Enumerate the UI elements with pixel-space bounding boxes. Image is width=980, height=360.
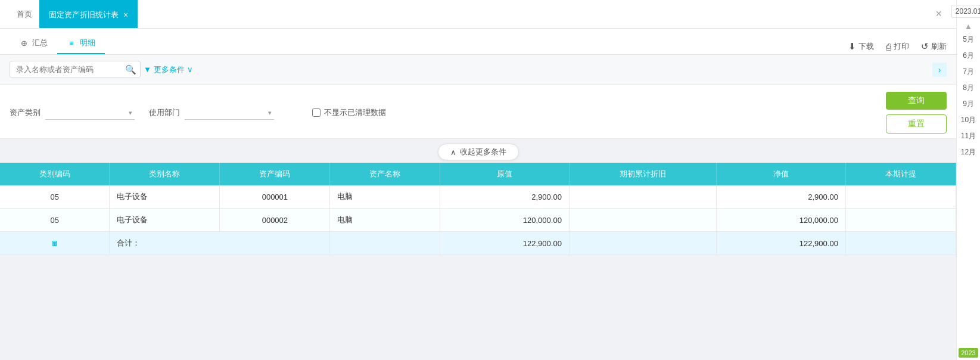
- search-icon[interactable]: 🔍: [125, 64, 136, 75]
- expand-sidebar-button[interactable]: ›: [932, 63, 947, 77]
- col-header-asset-code: 资产编码: [220, 163, 330, 185]
- active-tab: 固定资产折旧统计表 ×: [39, 0, 138, 28]
- sidebar-year-badge: 2023: [959, 348, 978, 358]
- cell-asset-name: 电脑: [330, 209, 440, 232]
- col-header-asset-name: 资产名称: [330, 163, 440, 185]
- sidebar-month-10[interactable]: 10月: [960, 113, 977, 128]
- layers-icon: ⊕: [19, 38, 29, 48]
- cell-original-value: 120,000.00: [440, 209, 569, 232]
- reset-button[interactable]: 重置: [886, 114, 947, 134]
- cell-net-value: 120,000.00: [717, 209, 845, 232]
- cell-accumulated-dep: [569, 185, 717, 209]
- col-header-category: 类别名称: [110, 163, 220, 185]
- department-filter: 使用部门: [149, 105, 274, 120]
- collapse-button[interactable]: ∧ 收起更多条件: [438, 144, 519, 160]
- cell-asset-name: 电脑: [330, 185, 440, 209]
- cell-category: 电子设备: [110, 185, 220, 209]
- more-filter-button[interactable]: ▼ 更多条件 ∨: [144, 64, 193, 75]
- query-button[interactable]: 查询: [886, 92, 947, 110]
- right-sidebar: 2023.01 ▲ 5月 6月 7月 8月 9月 10月 11月 12月 202…: [956, 0, 980, 360]
- asset-category-select[interactable]: [45, 105, 135, 120]
- cell-asset-code: 000002: [220, 209, 330, 232]
- col-header-accumulated-dep: 期初累计折旧: [569, 163, 717, 185]
- sidebar-month-8[interactable]: 8月: [962, 80, 975, 95]
- table-container: 类别编码 类别名称 资产编码 资产名称 原值 期初累计折旧 净值 本期计提 05…: [0, 163, 956, 360]
- total-row: 🖩 合计： 122,900.00 122,900.00: [0, 232, 956, 255]
- search-bar: 🔍 ▼ 更多条件 ∨ ›: [0, 55, 956, 85]
- tab-close-icon[interactable]: ×: [123, 10, 128, 20]
- filter-actions: 查询 重置: [886, 92, 947, 134]
- refresh-button[interactable]: ↺ 刷新: [921, 41, 947, 52]
- total-current-dep: [845, 232, 956, 255]
- table-row: 05 电子设备 000001 电脑 2,900.00 2,900.00: [0, 185, 956, 209]
- download-button[interactable]: ⬇ 下载: [848, 41, 874, 52]
- window-close-button[interactable]: ×: [931, 8, 947, 20]
- sidebar-month-6[interactable]: 6月: [962, 48, 975, 63]
- cell-code: 05: [0, 209, 110, 232]
- cell-code: 05: [0, 185, 110, 209]
- cell-net-value: 2,900.00: [717, 185, 845, 209]
- total-icon-cell: 🖩: [0, 232, 110, 255]
- refresh-icon: ↺: [921, 41, 929, 52]
- total-original-value: 122,900.00: [440, 232, 569, 255]
- sidebar-month-7[interactable]: 7月: [962, 64, 975, 79]
- hide-cleared-checkbox[interactable]: [312, 108, 321, 117]
- col-header-code: 类别编码: [0, 163, 110, 185]
- total-label-cell: 合计：: [110, 232, 330, 255]
- col-header-net-value: 净值: [717, 163, 845, 185]
- total-icon: 🖩: [51, 240, 58, 248]
- tab-detail-label: 明细: [80, 38, 95, 48]
- list-icon: ≡: [67, 38, 76, 48]
- tab-summary-label: 汇总: [32, 38, 48, 48]
- cell-category: 电子设备: [110, 209, 220, 232]
- col-header-original-value: 原值: [440, 163, 569, 185]
- table-row: 05 电子设备 000002 电脑 120,000.00 120,000.00: [0, 209, 956, 232]
- collapse-bar: ∧ 收起更多条件: [0, 139, 956, 163]
- sidebar-date: 2023.01: [951, 5, 980, 18]
- total-net-value: 122,900.00: [717, 232, 845, 255]
- cell-accumulated-dep: [569, 209, 717, 232]
- department-label: 使用部门: [149, 107, 180, 118]
- asset-category-filter: 资产类别: [10, 105, 135, 120]
- tabs-row: ⊕ 汇总 ≡ 明细 ⬇ 下载 ⎙ 打印 ↺ 刷新: [0, 29, 956, 55]
- tab-detail[interactable]: ≡ 明细: [57, 33, 105, 54]
- filter-row: 资产类别 使用部门 不显示已清理数据: [10, 92, 947, 134]
- cell-original-value: 2,900.00: [440, 185, 569, 209]
- chevron-down-icon: ∨: [187, 65, 193, 74]
- print-button[interactable]: ⎙ 打印: [886, 41, 909, 52]
- print-icon: ⎙: [886, 42, 891, 52]
- hide-cleared-filter: 不显示已清理数据: [312, 107, 386, 118]
- download-icon: ⬇: [848, 41, 856, 52]
- table-header-row: 类别编码 类别名称 资产编码 资产名称 原值 期初累计折旧 净值 本期计提: [0, 163, 956, 185]
- total-asset-name: [330, 232, 440, 255]
- tab-summary[interactable]: ⊕ 汇总: [10, 33, 57, 54]
- total-accumulated-dep: [569, 232, 717, 255]
- department-select[interactable]: [185, 105, 274, 120]
- hide-cleared-label: 不显示已清理数据: [324, 107, 386, 118]
- sidebar-month-11[interactable]: 11月: [960, 129, 977, 144]
- col-header-current-dep: 本期计提: [845, 163, 956, 185]
- home-nav[interactable]: 首页: [10, 9, 39, 20]
- collapse-up-icon: ∧: [450, 148, 456, 157]
- tab-title: 固定资产折旧统计表: [49, 10, 119, 20]
- data-table: 类别编码 类别名称 资产编码 资产名称 原值 期初累计折旧 净值 本期计提 05…: [0, 163, 956, 255]
- cell-asset-code: 000001: [220, 185, 330, 209]
- sidebar-month-5[interactable]: 5月: [962, 32, 975, 47]
- search-input[interactable]: [10, 61, 141, 78]
- sidebar-up-icon[interactable]: ▲: [965, 21, 973, 31]
- sidebar-month-12[interactable]: 12月: [960, 145, 977, 160]
- filter-icon: ▼: [144, 65, 151, 74]
- cell-current-dep: [845, 209, 956, 232]
- cell-current-dep: [845, 185, 956, 209]
- asset-category-label: 资产类别: [10, 107, 41, 118]
- filter-area: 资产类别 使用部门 不显示已清理数据: [0, 85, 956, 139]
- table-wrap: 类别编码 类别名称 资产编码 资产名称 原值 期初累计折旧 净值 本期计提 05…: [0, 163, 956, 360]
- sidebar-month-9[interactable]: 9月: [962, 97, 975, 111]
